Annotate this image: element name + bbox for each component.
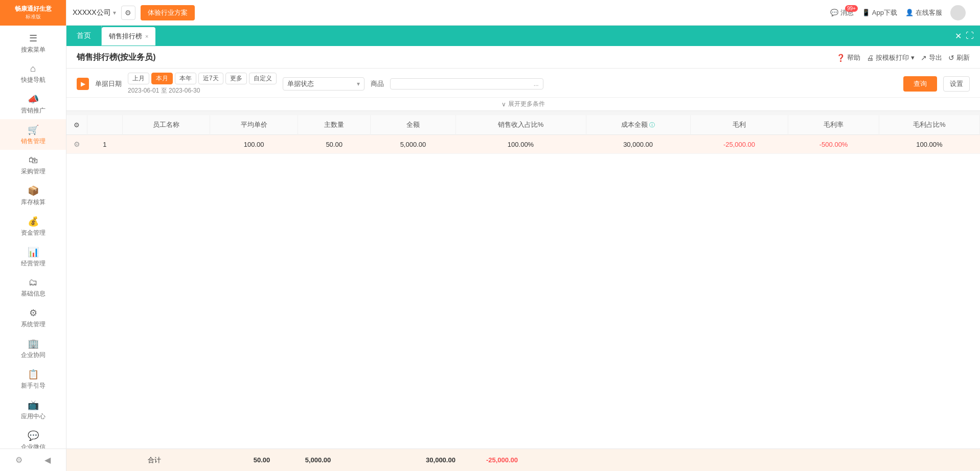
sidebar-item-搜索菜单[interactable]: ☰搜索菜单: [0, 28, 66, 58]
col-avg-price: 平均单价: [210, 115, 298, 135]
sidebar-item-经营管理[interactable]: 📊经营管理: [0, 241, 66, 272]
refresh-button[interactable]: ↺ 刷新: [948, 53, 970, 62]
sidebar-item-新手引导[interactable]: 📋新手引导: [0, 364, 66, 394]
sidebar-label-8: 基础信息: [21, 289, 45, 298]
app-download-button[interactable]: 📱 App下载: [862, 8, 897, 17]
date-this-year-btn[interactable]: 本年: [175, 73, 196, 84]
topbar-right: 💬 消息 99+ 📱 App下载 👤 在线客服: [830, 5, 974, 20]
sidebar-icon-10: 🏢: [28, 338, 39, 349]
sidebar-item-快捷导航[interactable]: ⌂快捷导航: [0, 58, 66, 88]
tab-sales-ranking[interactable]: 销售排行榜 ×: [102, 27, 155, 46]
ranking-table: ⚙ 员工名称 平均单价 主数量 全额 销售收入占比% 成本全额 ⓘ 毛利 毛利率…: [66, 115, 980, 154]
tab-home[interactable]: 首页: [66, 26, 102, 46]
sidebar-label-3: 销售管理: [21, 137, 45, 146]
col-cost: 成本全额 ⓘ: [586, 115, 690, 135]
settings-button[interactable]: 设置: [943, 76, 970, 92]
date-prev-month-btn[interactable]: 上月: [128, 73, 149, 84]
expand-icon: ∨: [502, 101, 506, 108]
sidebar-item-企业协同[interactable]: 🏢企业协同: [0, 333, 66, 364]
sidebar-icon-6: 💰: [28, 216, 39, 227]
row-cost: 30,000.00: [586, 135, 690, 154]
row-amount: 5,000.00: [371, 135, 455, 154]
date-range-label: 2023-06-01 至 2023-06-30: [128, 86, 277, 95]
online-support-icon: 👤: [905, 9, 914, 16]
sidebar-item-应用中心[interactable]: 📺应用中心: [0, 394, 66, 425]
sidebar-label-10: 企业协同: [21, 351, 45, 360]
goods-more-icon[interactable]: ...: [534, 80, 539, 87]
query-button[interactable]: 查询: [903, 76, 937, 92]
logo-text: 畅康通好生意: [15, 5, 52, 13]
message-button[interactable]: 💬 消息 99+: [830, 8, 854, 17]
table-row: ⚙ 1 100.00 50.00 5,000.00 100.00% 30,000…: [66, 135, 980, 154]
goods-filter[interactable]: ...: [390, 78, 543, 89]
sidebar-icon-12: 📺: [28, 399, 39, 411]
footer-amount-col: 5,000.00: [287, 456, 349, 464]
footer-qty-col: 50.00: [236, 456, 287, 464]
date-filter-group: 上月 本月 本年 近7天 更多 自定义 2023-06-01 至 2023-06…: [128, 73, 277, 95]
settings-icon[interactable]: ⚙: [121, 6, 135, 20]
table-footer: 合计 50.00 5,000.00 30,000.00 -25,000.00: [66, 448, 980, 471]
date-buttons: 上月 本月 本年 近7天 更多 自定义: [128, 73, 277, 84]
trial-button[interactable]: 体验行业方案: [141, 5, 195, 20]
sidebar-item-销售管理[interactable]: 🛒销售管理: [0, 119, 66, 150]
table-settings-icon: ⚙: [74, 121, 80, 129]
sidebar-item-基础信息[interactable]: 🗂基础信息: [0, 272, 66, 302]
refresh-label: 刷新: [956, 53, 970, 62]
sidebar-label-9: 系统管理: [21, 320, 45, 329]
row-rank: 1: [87, 135, 123, 154]
logo-sub: 标准版: [15, 13, 52, 20]
sidebar-icon-8: 🗂: [29, 277, 38, 288]
date-filter-label: 单据日期: [95, 79, 122, 88]
sidebar-icon-2: 📣: [28, 94, 39, 105]
sidebar-bottom: ⚙ ◀: [0, 448, 66, 471]
print-button[interactable]: 🖨 按模板打印 ▾: [867, 53, 915, 62]
company-selector[interactable]: XXXXX公司 ▾: [73, 8, 116, 17]
row-name: [123, 135, 210, 154]
sidebar-item-采购管理[interactable]: 🛍采购管理: [0, 150, 66, 180]
col-settings[interactable]: ⚙: [66, 115, 87, 135]
sidebar-item-营销推广[interactable]: 📣营销推广: [0, 88, 66, 119]
row-settings-icon: ⚙: [74, 140, 80, 148]
expand-more-bar: ∨ 展开更多条件: [66, 98, 980, 111]
refresh-icon: ↺: [948, 54, 954, 62]
sidebar-item-系统管理[interactable]: ⚙系统管理: [0, 302, 66, 333]
close-icon[interactable]: ×: [145, 33, 148, 39]
col-profit-pct: 毛利占比%: [879, 115, 979, 135]
date-custom-btn[interactable]: 自定义: [249, 73, 277, 84]
help-button[interactable]: ❓ 帮助: [836, 53, 860, 62]
goods-filter-label: 商品: [371, 79, 384, 88]
sidebar-item-资金管理[interactable]: 💰资金管理: [0, 211, 66, 241]
row-settings[interactable]: ⚙: [66, 135, 87, 154]
chevron-down-icon: ▾: [113, 9, 116, 16]
sidebar-item-企业微信[interactable]: 💬企业微信: [0, 425, 66, 448]
footer-profit-col: -25,000.00: [471, 456, 533, 464]
message-icon: 💬: [830, 9, 838, 16]
date-this-month-btn[interactable]: 本月: [151, 73, 173, 84]
print-label: 按模板打印: [876, 53, 909, 62]
expand-more-button[interactable]: ∨ 展开更多条件: [502, 100, 545, 108]
sidebar-icon-1: ⌂: [30, 63, 36, 74]
sidebar-label-7: 经营管理: [21, 259, 45, 268]
window-buttons: ✕ ⛶: [949, 31, 980, 41]
close-window-icon[interactable]: ✕: [955, 31, 962, 41]
page-header: 销售排行榜(按业务员) ❓ 帮助 🖨 按模板打印 ▾ ↗ 导出: [66, 46, 980, 69]
sidebar-icon-0: ☰: [29, 33, 37, 44]
export-button[interactable]: ↗ 导出: [921, 53, 942, 62]
filter-collapse-icon[interactable]: ▶: [77, 78, 89, 90]
date-more-btn[interactable]: 更多: [225, 73, 247, 84]
date-7days-btn[interactable]: 近7天: [198, 73, 223, 84]
row-sales-pct: 100.00%: [455, 135, 586, 154]
page-title-row: 销售排行榜(按业务员) ❓ 帮助 🖨 按模板打印 ▾ ↗ 导出: [77, 52, 970, 68]
status-filter-label: 单据状态: [287, 79, 355, 88]
sidebar-settings-icon[interactable]: ⚙: [15, 455, 22, 465]
topbar: XXXXX公司 ▾ ⚙ 体验行业方案 💬 消息 99+ 📱 App下载 👤 在线…: [66, 0, 980, 26]
row-qty: 50.00: [298, 135, 370, 154]
status-filter[interactable]: 单据状态 ▾: [283, 77, 364, 91]
sidebar-item-库存核算[interactable]: 📦库存核算: [0, 180, 66, 211]
print-icon: 🖨: [867, 54, 874, 62]
online-support-button[interactable]: 👤 在线客服: [905, 8, 942, 17]
online-support-label: 在线客服: [916, 8, 942, 17]
maximize-icon[interactable]: ⛶: [966, 31, 974, 40]
sidebar-collapse-icon[interactable]: ◀: [44, 455, 51, 465]
app-download-icon: 📱: [862, 9, 870, 16]
